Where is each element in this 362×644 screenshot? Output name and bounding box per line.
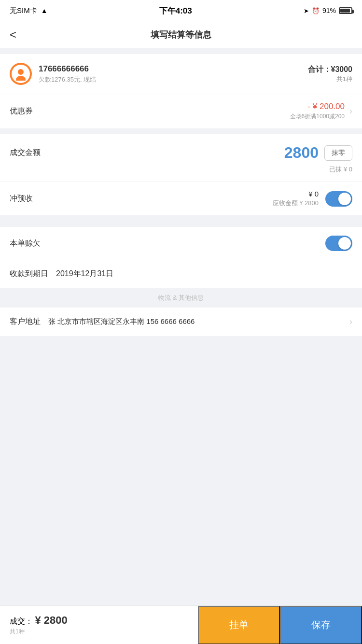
logistics-divider: 物流 & 其他信息 (0, 288, 362, 308)
address-value: 张 北京市市辖区海淀区永丰南 156 6666 6666 (48, 316, 346, 327)
battery-icon (339, 7, 352, 14)
debit-toggle[interactable] (325, 236, 352, 251)
amount-row: 成交金额 2800 抹零 (10, 144, 352, 162)
alarm-icon: ⏰ (312, 7, 320, 14)
bottom-summary: 成交： ¥ 2800 共1种 (0, 614, 198, 636)
customer-card: 17666666666 欠款1276.35元, 现结 合计：¥3000 共1种 (0, 54, 362, 94)
prepay-amount: ¥ 0 (273, 190, 319, 198)
prepay-toggle[interactable] (325, 191, 352, 207)
bottom-bar: 成交： ¥ 2800 共1种 挂单 保存 (0, 605, 362, 644)
customer-debt: 欠款1276.35元, 现结 (39, 75, 96, 84)
address-label: 客户地址 (10, 317, 41, 327)
time-display: 下午4:03 (159, 5, 192, 16)
battery-percent: 91% (322, 7, 336, 14)
total-amount: 合计：¥3000 (308, 65, 353, 75)
nav-title: 填写结算等信息 (151, 29, 211, 41)
section-divider-2 (0, 215, 362, 221)
customer-phone: 17666666666 (39, 64, 96, 74)
address-chevron-icon: › (349, 317, 352, 327)
debit-label: 本单赊欠 (10, 238, 41, 249)
amount-number: 2800 (284, 144, 319, 162)
customer-right: 合计：¥3000 共1种 (308, 65, 353, 84)
status-left: 无SIM卡 ▲ (10, 6, 48, 15)
section-divider-1 (0, 128, 362, 134)
summary-label: 成交： (10, 617, 33, 625)
hang-button[interactable]: 挂单 (198, 606, 280, 644)
status-right: ➤ ⏰ 91% (304, 7, 352, 14)
prepay-label: 冲预收 (10, 194, 33, 204)
carrier-text: 无SIM卡 (10, 6, 37, 15)
svg-point-1 (16, 76, 26, 81)
total-count: 共1种 (308, 75, 353, 84)
round-button[interactable]: 抹零 (324, 145, 352, 161)
toggle-knob (338, 193, 351, 205)
location-icon: ➤ (304, 7, 309, 14)
summary-amount: ¥ 2800 (35, 614, 67, 626)
svg-point-0 (18, 69, 24, 75)
customer-left: 17666666666 欠款1276.35元, 现结 (10, 63, 96, 85)
wifi-icon: ▲ (41, 7, 48, 14)
summary-count: 共1种 (10, 628, 188, 636)
debit-section: 本单赊欠 (0, 227, 362, 260)
prepay-values: ¥ 0 应收金额 ¥ 2800 (273, 190, 319, 208)
duedate-label: 收款到期日 (10, 269, 48, 279)
logistics-text: 物流 & 其他信息 (153, 294, 209, 302)
coupon-label: 优惠券 (10, 106, 33, 116)
prepay-section: 冲预收 ¥ 0 应收金额 ¥ 2800 (0, 182, 362, 215)
coupon-description: 全场6折满1000减200 (290, 112, 345, 121)
summary-label-row: 成交： ¥ 2800 (10, 614, 188, 627)
nav-bar: < 填写结算等信息 (0, 21, 362, 48)
avatar (10, 63, 32, 85)
duedate-section: 收款到期日 2019年12月31日 (0, 260, 362, 288)
address-section[interactable]: 客户地址 张 北京市市辖区海淀区永丰南 156 6666 6666 › (0, 308, 362, 336)
bottom-spacer (0, 336, 362, 375)
prepay-right: ¥ 0 应收金额 ¥ 2800 (273, 190, 352, 208)
amount-value-wrap: 2800 抹零 (284, 144, 352, 162)
amount-label: 成交金额 (10, 148, 41, 158)
avatar-icon (14, 67, 28, 81)
customer-info: 17666666666 欠款1276.35元, 现结 (39, 64, 96, 84)
amount-sub-text: 已抹 ¥ 0 (329, 166, 352, 173)
coupon-right: - ¥ 200.00 全场6折满1000减200 › (290, 102, 352, 121)
back-button[interactable]: < (10, 28, 16, 42)
amount-section: 成交金额 2800 抹零 已抹 ¥ 0 (0, 134, 362, 182)
save-button[interactable]: 保存 (280, 606, 362, 644)
chevron-right-icon: › (349, 106, 352, 116)
coupon-row[interactable]: 优惠券 - ¥ 200.00 全场6折满1000减200 › (0, 94, 362, 128)
duedate-value: 2019年12月31日 (56, 269, 113, 279)
prepay-total: 应收金额 ¥ 2800 (273, 199, 319, 208)
coupon-info: - ¥ 200.00 全场6折满1000减200 (290, 102, 345, 121)
debit-toggle-knob (338, 237, 351, 250)
status-bar: 无SIM卡 ▲ 下午4:03 ➤ ⏰ 91% (0, 0, 362, 21)
coupon-discount: - ¥ 200.00 (307, 102, 345, 112)
